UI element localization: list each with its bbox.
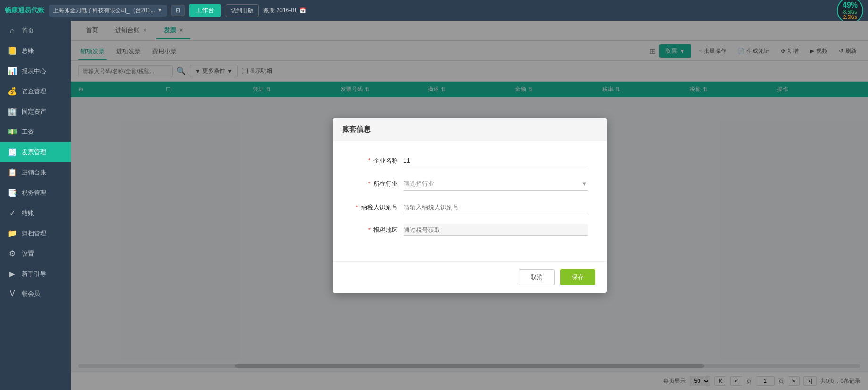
sidebar-item-salary[interactable]: 💵 工资 xyxy=(0,122,71,142)
sidebar-label-settings: 设置 xyxy=(22,249,34,258)
industry-select[interactable]: 请选择行业 ▼ xyxy=(404,178,588,191)
main-area: ⌂ 首页 📒 总账 📊 报表中心 💰 资金管理 🏢 固定资产 💵 工资 xyxy=(0,21,868,390)
member-icon: V xyxy=(8,290,17,298)
industry-label: * 所在行业 xyxy=(352,180,404,188)
company-name-label: * 企业名称 xyxy=(352,157,404,165)
sidebar-label-tax: 税务管理 xyxy=(22,189,46,197)
speed-percent: 49% xyxy=(843,1,858,9)
guide-icon: ▶ xyxy=(8,269,17,278)
close-account-icon: ✓ xyxy=(8,208,17,217)
sidebar-item-capital[interactable]: 💰 资金管理 xyxy=(0,81,71,101)
app-logo: 畅康通易代账 xyxy=(5,6,44,15)
sidebar-label-archive: 归档管理 xyxy=(22,229,46,238)
dialog-header: 账套信息 xyxy=(333,118,607,141)
sidebar-label-asset: 固定资产 xyxy=(22,108,46,116)
dialog-overlay: 账套信息 * 企业名称 xyxy=(71,21,868,390)
sidebar-label-pur-sale: 进销台账 xyxy=(22,168,46,177)
form-row-company: * 企业名称 xyxy=(352,155,588,166)
top-bar-right: 49% 8.5K/s 2.6K/s xyxy=(837,0,863,24)
capital-icon: 💰 xyxy=(8,87,17,96)
old-version-button[interactable]: 切到旧版 xyxy=(226,4,259,17)
home-icon: ⌂ xyxy=(8,26,17,35)
tax-icon: 📑 xyxy=(8,188,17,197)
tax-id-label: * 纳税人识别号 xyxy=(352,203,404,212)
industry-chevron-icon: ▼ xyxy=(581,180,588,187)
industry-required-mark: * xyxy=(368,180,371,187)
company-label-text: 企业名称 xyxy=(373,157,398,164)
report-icon: 📊 xyxy=(8,66,17,75)
dialog-title: 账套信息 xyxy=(342,125,371,133)
company-required-mark: * xyxy=(368,157,371,164)
tax-region-input xyxy=(404,224,588,236)
cancel-button[interactable]: 取消 xyxy=(519,269,555,285)
archive-icon: 📁 xyxy=(8,229,17,238)
industry-label-text: 所在行业 xyxy=(373,180,398,187)
sidebar-item-report[interactable]: 📊 报表中心 xyxy=(0,61,71,81)
tax-region-required-mark: * xyxy=(368,226,371,233)
sidebar-item-settings[interactable]: ⚙ 设置 xyxy=(0,243,71,264)
sidebar-label-report: 报表中心 xyxy=(22,67,46,75)
sidebar-label-invoice: 发票管理 xyxy=(22,148,46,157)
asset-icon: 🏢 xyxy=(8,107,17,116)
sidebar-item-guide[interactable]: ▶ 新手引导 xyxy=(0,264,71,284)
sidebar-label-guide: 新手引导 xyxy=(22,270,46,278)
dialog-footer: 取消 保存 xyxy=(333,261,607,293)
top-bar: 畅康通易代账 上海卯金刀电子科技有限公司_（台201... ▼ ⊡ 工作台 切到… xyxy=(0,0,868,21)
sidebar-item-home[interactable]: ⌂ 首页 xyxy=(0,21,71,41)
sidebar-label-close-account: 结账 xyxy=(22,209,34,217)
sidebar-label-salary: 工资 xyxy=(22,128,34,136)
company-dropdown-icon: ▼ xyxy=(157,7,163,14)
salary-icon: 💵 xyxy=(8,127,17,136)
sidebar-item-asset[interactable]: 🏢 固定资产 xyxy=(0,101,71,122)
sidebar-item-invoice[interactable]: 🧾 发票管理 xyxy=(0,142,71,162)
ledger-icon: 📒 xyxy=(8,46,17,55)
period-label: 账期 xyxy=(263,7,275,15)
form-row-tax-id: * 纳税人识别号 xyxy=(352,202,588,213)
tax-region-label-text: 报税地区 xyxy=(373,226,398,233)
tax-id-required-mark: * xyxy=(356,204,358,211)
app-container: 畅康通易代账 上海卯金刀电子科技有限公司_（台201... ▼ ⊡ 工作台 切到… xyxy=(0,0,868,390)
tax-id-label-text: 纳税人识别号 xyxy=(361,204,398,211)
speed-indicator: 49% 8.5K/s 2.6K/s xyxy=(837,0,863,24)
sidebar-item-member[interactable]: V 畅会员 xyxy=(0,284,71,304)
dialog-body: * 企业名称 * 所在行业 请选择行业 xyxy=(333,141,607,261)
sidebar-label-member: 畅会员 xyxy=(22,290,40,298)
sidebar: ⌂ 首页 📒 总账 📊 报表中心 💰 资金管理 🏢 固定资产 💵 工资 xyxy=(0,21,71,390)
speed-down: 2.6K/s xyxy=(843,15,857,20)
period-value: 2016-01 xyxy=(277,7,297,14)
invoice-icon: 🧾 xyxy=(8,148,17,157)
settings-icon: ⚙ xyxy=(8,249,17,258)
form-row-industry: * 所在行业 请选择行业 ▼ xyxy=(352,178,588,191)
save-button[interactable]: 保存 xyxy=(560,269,595,285)
period-info: 账期 2016-01 📅 xyxy=(263,7,306,15)
sidebar-item-close-account[interactable]: ✓ 结账 xyxy=(0,203,71,223)
sidebar-item-tax[interactable]: 📑 税务管理 xyxy=(0,183,71,203)
sidebar-label-capital: 资金管理 xyxy=(22,87,46,96)
sidebar-label-ledger: 总账 xyxy=(22,47,34,55)
copy-button[interactable]: ⊡ xyxy=(171,5,185,16)
account-info-dialog: 账套信息 * 企业名称 xyxy=(333,118,607,293)
content-area: 首页 进销台账 × 发票 × 销项发票 进项发票 xyxy=(71,21,868,390)
tax-region-label: * 报税地区 xyxy=(352,226,404,234)
speed-up: 8.5K/s xyxy=(843,9,857,15)
pur-sale-icon: 📋 xyxy=(8,168,17,177)
sidebar-item-ledger[interactable]: 📒 总账 xyxy=(0,41,71,61)
tax-id-input[interactable] xyxy=(404,202,588,213)
industry-placeholder: 请选择行业 xyxy=(404,180,434,188)
company-name: 上海卯金刀电子科技有限公司_（台201... xyxy=(53,7,155,15)
calendar-icon[interactable]: 📅 xyxy=(299,7,306,14)
sidebar-item-pur-sale[interactable]: 📋 进销台账 xyxy=(0,162,71,183)
form-row-tax-region: * 报税地区 xyxy=(352,224,588,236)
workbench-button[interactable]: 工作台 xyxy=(189,4,221,17)
sidebar-label-home: 首页 xyxy=(22,26,34,35)
company-selector[interactable]: 上海卯金刀电子科技有限公司_（台201... ▼ xyxy=(49,5,167,17)
sidebar-item-archive[interactable]: 📁 归档管理 xyxy=(0,223,71,243)
company-name-input[interactable] xyxy=(404,155,588,166)
